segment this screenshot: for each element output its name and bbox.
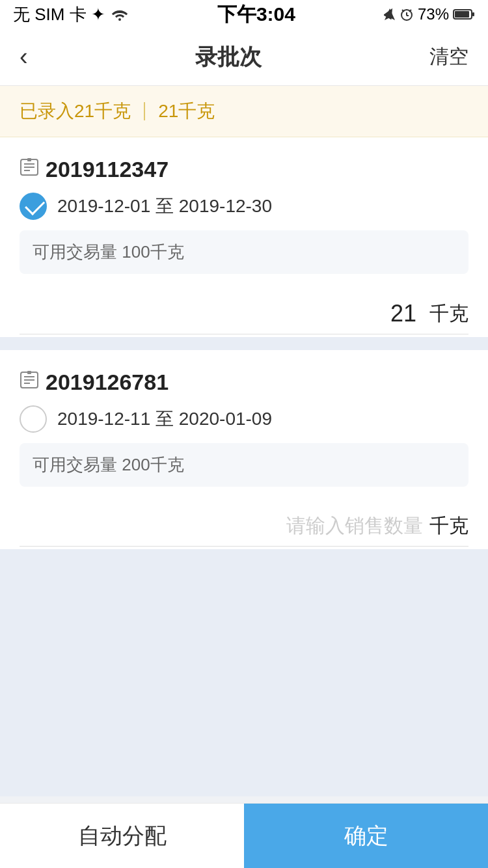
svg-rect-7 <box>455 11 469 18</box>
summary-recorded-label: 已录入21千克 <box>20 99 131 124</box>
nav-bar: ‹ 录批次 清空 <box>0 29 488 86</box>
batch1-id-text: 2019112347 <box>46 157 169 182</box>
batch2-qty-section: 请输入销售数量 千克 <box>0 500 488 549</box>
batch2-available: 可用交易量 200千克 <box>20 443 468 487</box>
auto-distribute-button[interactable]: 自动分配 <box>0 804 244 868</box>
batch1-quantity-wrapper[interactable]: 21 <box>20 300 416 327</box>
section-divider-1 <box>0 337 488 350</box>
batch2-date-text: 2019-12-11 至 2020-01-09 <box>57 407 272 431</box>
status-left: 无 SIM 卡 ✦ <box>13 3 129 26</box>
sim-label: 无 SIM 卡 ✦ <box>13 3 105 26</box>
alarm-icon <box>400 7 414 21</box>
batch1-id-row: 2019112347 <box>20 157 468 182</box>
batch1-radio[interactable] <box>20 193 47 220</box>
batch2-underline <box>20 546 468 547</box>
clear-button[interactable]: 清空 <box>429 44 468 70</box>
batch2-id-text: 2019126781 <box>46 370 169 395</box>
batch2-placeholder-text[interactable]: 请输入销售数量 <box>20 513 423 539</box>
batch1-available: 可用交易量 100千克 <box>20 230 468 274</box>
batch1-id-icon <box>20 158 39 181</box>
batch1-qty-divider <box>20 334 468 334</box>
status-right: 73% <box>384 5 475 23</box>
svg-rect-18 <box>27 371 31 374</box>
batch2-date-row[interactable]: 2019-12-11 至 2020-01-09 <box>20 405 468 433</box>
batch1-unit: 千克 <box>429 301 468 327</box>
summary-divider <box>144 102 145 120</box>
battery-icon <box>453 8 475 20</box>
batch2-id-row: 2019126781 <box>20 370 468 395</box>
batch1-quantity-value[interactable]: 21 <box>364 300 416 327</box>
batch1-date-row[interactable]: 2019-12-01 至 2019-12-30 <box>20 193 468 220</box>
battery-label: 73% <box>418 5 449 23</box>
empty-area <box>0 549 488 796</box>
back-button[interactable]: ‹ <box>20 43 28 71</box>
batch-card-1: 2019112347 2019-12-01 至 2019-12-30 可用交易量… <box>0 137 488 337</box>
summary-value: 21千克 <box>158 99 215 124</box>
batch1-quantity-row: 21 千克 <box>0 287 488 334</box>
main-content: 2019112347 2019-12-01 至 2019-12-30 可用交易量… <box>0 137 488 861</box>
batch2-unit: 千克 <box>429 513 468 539</box>
batch2-radio[interactable] <box>20 405 47 433</box>
batch-card-2: 2019126781 2019-12-11 至 2020-01-09 可用交易量… <box>0 350 488 549</box>
batch1-qty-section: 21 千克 <box>0 287 488 337</box>
wifi-icon <box>111 8 129 21</box>
svg-rect-8 <box>472 12 474 16</box>
page-title: 录批次 <box>195 42 262 72</box>
batch2-id-icon <box>20 371 39 394</box>
bottom-bar: 自动分配 确定 <box>0 803 488 868</box>
summary-bar: 已录入21千克 21千克 <box>0 86 488 137</box>
status-bar: 无 SIM 卡 ✦ 下午3:04 73% <box>0 0 488 29</box>
location-icon <box>384 8 396 21</box>
status-time: 下午3:04 <box>217 1 295 28</box>
confirm-button[interactable]: 确定 <box>244 804 488 868</box>
batch1-date-text: 2019-12-01 至 2019-12-30 <box>57 194 272 219</box>
batch2-placeholder-row: 请输入销售数量 千克 <box>0 500 488 546</box>
svg-rect-13 <box>27 158 31 161</box>
